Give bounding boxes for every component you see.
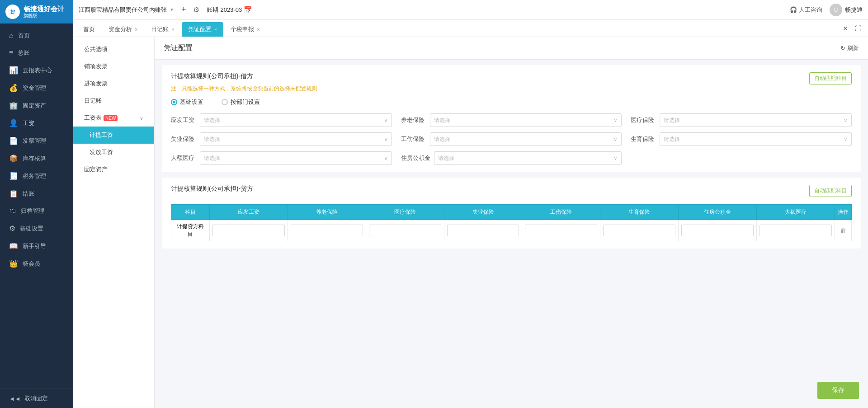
form-item-pension: 养老保险 请选择 ∨ [401, 113, 622, 127]
window-controls: ✕ ⛶ [835, 20, 868, 37]
medical-select[interactable]: 请选择 ∨ [660, 113, 852, 127]
company-selector[interactable]: 江西服宝精品有限责任公司内账张 ▼ [79, 6, 174, 14]
menu-item-purchase-invoice[interactable]: 进项发票 [73, 75, 154, 92]
gross-salary-label: 应发工资 [171, 116, 196, 124]
row-unemployment-cell [444, 220, 522, 241]
pension-select[interactable]: 请选择 ∨ [430, 113, 622, 127]
menu-item-fixed-assets[interactable]: 固定资产 [73, 161, 154, 178]
content-area: 公共选项 销项发票 进项发票 日记账 工资表NEW ∨ 计提工资 发放工资 [73, 37, 868, 408]
menu-item-sales-invoice[interactable]: 销项发票 [73, 58, 154, 75]
sidebar-item-home[interactable]: ⌂ 首页 [0, 27, 73, 44]
large-medical-label: 大额医疗 [171, 154, 196, 162]
large-medical-select[interactable]: 请选择 ∨ [200, 151, 392, 165]
new-badge: NEW [104, 115, 118, 121]
col-maternity: 生育保险 [600, 205, 679, 220]
funds-icon: 💰 [9, 84, 18, 92]
tab-funds-close[interactable]: × [135, 27, 137, 32]
unpin-label: 取消固定 [24, 394, 48, 403]
tab-voucher-config[interactable]: 凭证配置 × [182, 22, 223, 37]
row-large-medical-input[interactable] [760, 225, 832, 236]
menu-item-journal[interactable]: 日记账 [73, 92, 154, 109]
radio-dept-label: 按部门设置 [231, 98, 260, 106]
username: 畅捷通 [845, 6, 863, 14]
credit-section: 计提核算规则(公司承担)-贷方 自动匹配科目 科目 应发工资 养老保险 医疗保险… [162, 178, 861, 249]
tab-voucher-config-close[interactable]: × [214, 27, 217, 32]
save-button[interactable]: 保存 [817, 382, 859, 399]
work-injury-label: 工伤保险 [401, 135, 426, 143]
menu-item-public[interactable]: 公共选项 [73, 41, 154, 58]
chevron-down-icon: ∨ [140, 115, 143, 121]
housing-fund-select[interactable]: 请选择 ∨ [434, 151, 622, 165]
vip-icon: 👑 [9, 259, 18, 268]
sidebar-item-payroll[interactable]: 👤 工资 [0, 114, 73, 132]
auto-match-credit-button[interactable]: 自动匹配科目 [809, 185, 852, 197]
settings-button[interactable]: ⚙ [193, 5, 199, 14]
row-work-injury-input[interactable] [525, 225, 597, 236]
unpin-button[interactable]: ◄◄ 取消固定 [0, 389, 73, 408]
sidebar-item-invoice[interactable]: 📄 发票管理 [0, 132, 73, 150]
row-pension-input[interactable] [291, 225, 363, 236]
auto-match-debit-button[interactable]: 自动匹配科目 [809, 72, 852, 84]
gross-salary-select[interactable]: 请选择 ∨ [200, 113, 392, 127]
sidebar-item-funds[interactable]: 💰 资金管理 [0, 79, 73, 97]
period-selector[interactable]: 账期 2023-03 📅 [207, 6, 252, 14]
sidebar-item-guide[interactable]: 📖 新手引导 [0, 237, 73, 255]
sidebar-item-vip[interactable]: 👑 畅会员 [0, 255, 73, 272]
sidebar-item-tax[interactable]: 🧾 税务管理 [0, 167, 73, 185]
unemployment-select[interactable]: 请选择 ∨ [200, 132, 392, 146]
menu-item-pay-salary[interactable]: 发放工资 [73, 144, 154, 161]
radio-dept[interactable]: 按部门设置 [222, 98, 260, 106]
chevron-down-icon: ∨ [384, 136, 388, 142]
tab-tax[interactable]: 个税申报 × [224, 22, 266, 37]
sidebar-item-inventory[interactable]: 📦 库存核算 [0, 150, 73, 167]
form-item-maternity: 生育保险 请选择 ∨ [631, 132, 852, 146]
delete-row-button[interactable]: 🗑 [840, 227, 846, 234]
work-injury-select[interactable]: 请选择 ∨ [430, 132, 622, 146]
sidebar-item-reports[interactable]: 📊 云报表中心 [0, 61, 73, 79]
col-gross-salary: 应发工资 [209, 205, 288, 220]
housing-fund-placeholder: 请选择 [438, 155, 454, 162]
tab-journal[interactable]: 日记账 × [145, 22, 180, 37]
row-work-injury-cell [522, 220, 600, 241]
radio-group: 基础设置 按部门设置 [171, 98, 852, 106]
close-button[interactable]: ✕ [839, 22, 852, 35]
chevron-down-icon: ∨ [844, 136, 848, 142]
sidebar-item-label: 工资 [23, 119, 34, 127]
row-maternity-cell [600, 220, 679, 241]
maximize-button[interactable]: ⛶ [852, 22, 864, 35]
app-name: 畅捷通好会计 [24, 5, 64, 13]
refresh-button[interactable]: ↻ 刷新 [840, 44, 859, 52]
sidebar-item-ledger[interactable]: ≡ 总账 [0, 44, 73, 61]
maternity-select[interactable]: 请选择 ∨ [660, 132, 852, 146]
debit-section-title: 计提核算规则(公司承担)-借方 [171, 72, 809, 80]
sidebar-item-assets[interactable]: 🏢 固定资产 [0, 97, 73, 114]
menu-item-salary-table[interactable]: 工资表NEW ∨ [73, 109, 154, 127]
tab-journal-close[interactable]: × [171, 27, 174, 32]
refresh-label: 刷新 [847, 44, 859, 52]
row-action-cell: 🗑 [835, 220, 851, 241]
tab-funds[interactable]: 资金分析 × [102, 22, 144, 37]
home-icon: ⌂ [9, 32, 14, 40]
tab-tax-close[interactable]: × [257, 27, 259, 32]
tab-home[interactable]: 首页 [77, 22, 101, 37]
row-housing-fund-input[interactable] [681, 225, 754, 236]
user-menu[interactable]: U 畅捷通 [830, 4, 863, 16]
menu-item-accrue-salary[interactable]: 计提工资 [73, 127, 154, 144]
sidebar-item-label: 归档管理 [21, 207, 44, 215]
debit-section-header: 计提核算规则(公司承担)-借方 注：只能选择一种方式，系统将按照您当前的选择来配… [171, 72, 852, 98]
row-medical-input[interactable] [369, 225, 441, 236]
chevron-down-icon: ∨ [384, 117, 388, 123]
row-gross-salary-input[interactable] [212, 225, 285, 236]
maternity-placeholder: 请选择 [664, 136, 680, 143]
table-header-row: 科目 应发工资 养老保险 医疗保险 失业保险 工伤保险 生育保险 住房公积金 大… [171, 205, 852, 220]
radio-basic[interactable]: 基础设置 [171, 98, 203, 106]
row-maternity-input[interactable] [603, 225, 675, 236]
add-tab-button[interactable]: + [179, 5, 188, 14]
app-logo[interactable]: 好 畅捷通好会计 旗舰版 [0, 0, 73, 23]
row-unemployment-input[interactable] [447, 225, 519, 236]
topbar: 江西服宝精品有限责任公司内账张 ▼ + ⚙ 账期 2023-03 📅 🎧 人工咨… [73, 0, 868, 20]
sidebar-item-archive[interactable]: 🗂 归档管理 [0, 202, 73, 220]
sidebar-item-closing[interactable]: 📋 结账 [0, 185, 73, 202]
sidebar-item-settings[interactable]: ⚙ 基础设置 [0, 220, 73, 237]
service-button[interactable]: 🎧 人工咨询 [790, 6, 822, 14]
